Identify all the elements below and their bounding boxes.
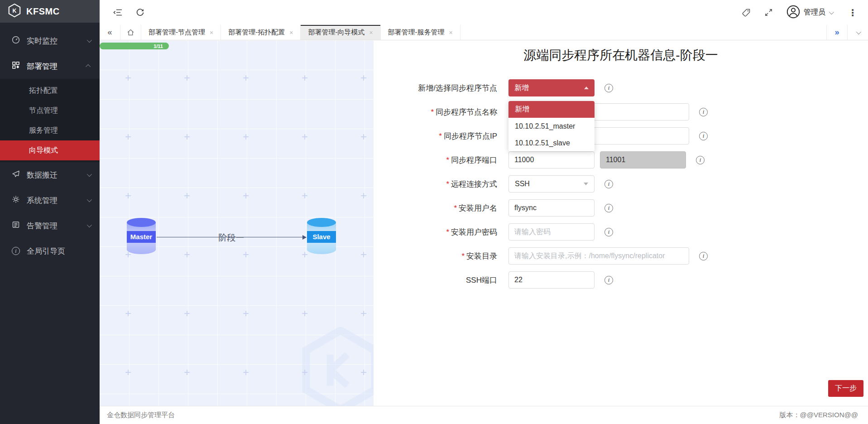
form-row-install-dir: *安装目录 i [374, 247, 868, 265]
tab-label: 部署管理-拓扑配置 [228, 28, 285, 37]
grid-plus-marker: + [184, 72, 190, 83]
gauge-icon [12, 36, 20, 46]
chevron-down-icon [87, 222, 92, 227]
fullscreen-icon[interactable] [764, 8, 773, 17]
dropdown-option-new[interactable]: 新增 [508, 101, 595, 118]
tabs-menu-button[interactable] [847, 25, 868, 40]
kebab-menu-icon[interactable]: ⋮ [846, 7, 859, 18]
grid-plus-marker: + [302, 308, 308, 319]
grid-plus-marker: + [243, 249, 249, 260]
form-row-node-name: *同步程序节点名称 i [374, 103, 868, 120]
field-label: *安装用户名 [374, 203, 497, 213]
field-label: *安装用户密码 [374, 227, 497, 237]
sidebar-subitem-topology[interactable]: 拓扑配置 [0, 81, 100, 101]
tab-label: 部署管理-向导模式 [308, 28, 364, 37]
grid-plus-marker: + [125, 367, 131, 378]
tab-deploy-topology[interactable]: 部署管理-拓扑配置 × [221, 25, 301, 40]
connect-type-value: SSH [515, 180, 530, 188]
tabs-scroll-right-button[interactable]: » [826, 25, 847, 40]
close-icon[interactable]: × [369, 29, 373, 36]
sidebar-item-guide[interactable]: i 全局引导页 [0, 238, 100, 264]
tab-deploy-service[interactable]: 部署管理-服务管理 × [381, 25, 460, 40]
install-user-input[interactable] [508, 199, 595, 217]
deploy-grid-icon [12, 61, 20, 72]
info-icon[interactable]: i [699, 132, 708, 140]
node-select-dropdown[interactable]: 新增 [508, 79, 595, 96]
master-node-label: Master [130, 233, 153, 241]
dropdown-option-master[interactable]: 10.10.2.51_master [508, 118, 595, 135]
grid-plus-marker: + [360, 249, 367, 260]
sidebar-fold-icon[interactable] [113, 9, 122, 16]
sync-port-input[interactable] [508, 151, 595, 169]
sync-port2-input [600, 151, 686, 169]
grid-plus-marker: + [243, 131, 249, 142]
grid-plus-marker: + [125, 190, 131, 201]
sidebar-item-alert[interactable]: 告警管理 [0, 213, 100, 238]
tab-deploy-node[interactable]: 部署管理-节点管理 × [141, 25, 221, 40]
chevron-down-icon [829, 9, 834, 14]
dropdown-option-slave[interactable]: 10.10.2.51_slave [508, 135, 595, 151]
app-root: K KFSMC 实时监控 部署管理 拓扑配置 节点管理 服务管理 向导模式 [0, 0, 868, 424]
tabs-scroll-left-button[interactable]: « [100, 25, 120, 40]
form-title: 源端同步程序所在机器信息-阶段一 [374, 47, 868, 64]
close-icon[interactable]: × [210, 29, 213, 36]
info-circle-icon: i [12, 247, 20, 255]
info-icon[interactable]: i [699, 252, 708, 260]
sidebar-subitem-service[interactable]: 服务管理 [0, 120, 100, 140]
grid-plus-marker: + [184, 308, 190, 319]
node-select-options: 新增 10.10.2.51_master 10.10.2.51_slave [508, 101, 595, 151]
sidebar-item-deploy[interactable]: 部署管理 [0, 53, 100, 79]
sidebar-subitem-node[interactable]: 节点管理 [0, 101, 100, 120]
required-marker: * [439, 132, 442, 140]
home-tab-button[interactable] [120, 25, 141, 40]
info-icon[interactable]: i [604, 84, 613, 92]
install-dir-input[interactable] [508, 247, 689, 265]
close-icon[interactable]: × [289, 29, 293, 36]
chevron-up-icon [86, 64, 91, 69]
grid-plus-marker: + [360, 131, 367, 142]
sidebar-item-label: 告警管理 [27, 221, 80, 231]
tag-icon[interactable] [742, 8, 751, 17]
close-icon[interactable]: × [449, 29, 453, 36]
sidebar-item-label: 部署管理 [27, 61, 80, 72]
field-label: *同步程序端口 [374, 155, 497, 165]
paper-plane-icon [12, 170, 20, 180]
info-icon[interactable]: i [696, 156, 705, 164]
grid-plus-marker: + [360, 72, 367, 83]
grid-plus-marker: + [360, 308, 367, 319]
field-label: 新增/选择同步程序节点 [374, 83, 497, 93]
tab-deploy-wizard[interactable]: 部署管理-向导模式 × [301, 25, 380, 40]
required-marker: * [446, 156, 449, 164]
slave-node: Slave [306, 217, 337, 255]
gear-icon [12, 195, 20, 206]
grid-plus-marker: + [243, 308, 249, 319]
refresh-icon[interactable] [136, 8, 144, 17]
connect-type-select[interactable]: SSH [508, 175, 595, 193]
info-icon[interactable]: i [699, 108, 708, 116]
sidebar-subitem-wizard[interactable]: 向导模式 [0, 140, 100, 160]
user-name: 管理员 [804, 8, 825, 17]
double-chevron-right-icon: » [834, 28, 839, 37]
info-icon[interactable]: i [604, 180, 613, 188]
install-password-input[interactable] [508, 223, 595, 241]
node-select-value: 新增 [514, 83, 529, 93]
form-row-install-user: *安装用户名 i [374, 199, 868, 217]
master-node: Master [126, 217, 157, 255]
wizard-progress-label: 1/11 [153, 43, 163, 49]
sidebar-item-migration[interactable]: 数据搬迁 [0, 162, 100, 188]
info-icon[interactable]: i [604, 276, 613, 284]
sidebar-item-system[interactable]: 系统管理 [0, 188, 100, 213]
grid-plus-marker: + [302, 72, 308, 83]
sidebar-item-monitor[interactable]: 实时监控 [0, 28, 100, 53]
info-icon[interactable]: i [604, 204, 613, 212]
grid-plus-marker: + [360, 367, 367, 378]
sidebar-item-label: 数据搬迁 [27, 170, 80, 180]
info-icon[interactable]: i [604, 228, 613, 236]
ssh-port-input[interactable] [508, 271, 595, 289]
next-step-button[interactable]: 下一步 [828, 380, 863, 397]
user-menu[interactable]: 管理员 [786, 5, 833, 20]
grid-plus-marker: + [243, 72, 249, 83]
main-region: 管理员 ⋮ « 部署管理-节点管理 × 部署管理-拓扑配置 × 部署管理-向导模… [100, 0, 868, 424]
footer-platform-name: 金仓数据同步管理平台 [107, 411, 175, 419]
sidebar-nav: 实时监控 部署管理 拓扑配置 节点管理 服务管理 向导模式 数据搬迁 [0, 23, 100, 264]
